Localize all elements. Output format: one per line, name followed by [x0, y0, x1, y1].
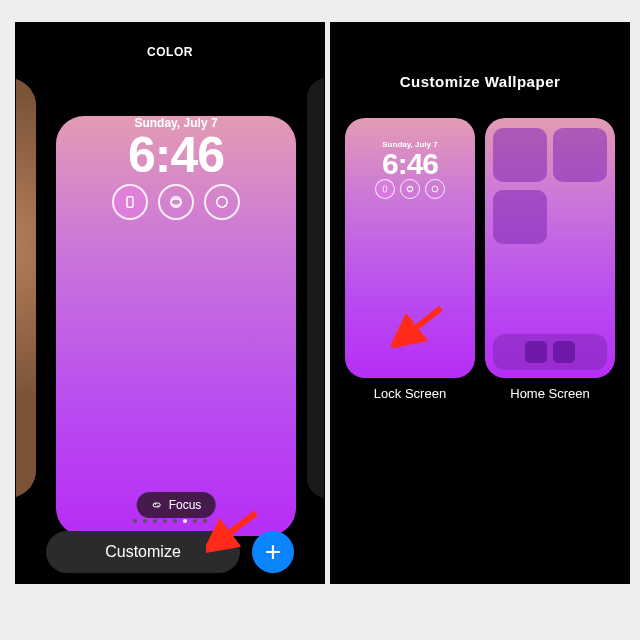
next-wallpaper-peek[interactable]: [307, 78, 325, 498]
headphones-widget-icon: [425, 179, 445, 199]
widget-row: [56, 184, 296, 220]
lock-screen-caption: Lock Screen: [374, 386, 446, 401]
lock-screen-preview[interactable]: Sunday, July 7 6:46: [345, 118, 475, 378]
page-indicator: [16, 519, 324, 523]
header-label: Customize Wallpaper: [331, 23, 629, 90]
lockscreen-time: 6:46: [345, 147, 475, 181]
wallpaper-gallery-screen: COLOR Sunday, July 7 6:46 Focus: [15, 22, 325, 584]
home-widget-placeholder: [493, 190, 547, 244]
headphones-widget-icon[interactable]: [204, 184, 240, 220]
battery-widget-icon: [375, 179, 395, 199]
home-widget-placeholder: [493, 128, 547, 182]
knot-widget-icon: [400, 179, 420, 199]
home-widget-placeholder: [553, 128, 607, 182]
wallpaper-card[interactable]: Sunday, July 7 6:46 Focus: [56, 78, 296, 498]
lockscreen-time: 6:46: [56, 126, 296, 184]
focus-button[interactable]: Focus: [137, 492, 216, 518]
home-screen-caption: Home Screen: [510, 386, 589, 401]
link-icon: [151, 499, 163, 511]
add-wallpaper-button[interactable]: +: [252, 531, 294, 573]
home-screen-preview[interactable]: [485, 118, 615, 378]
focus-label: Focus: [169, 498, 202, 512]
widget-row: [345, 179, 475, 199]
svg-rect-0: [127, 197, 133, 208]
home-dock: [493, 334, 607, 370]
knot-widget-icon[interactable]: [158, 184, 194, 220]
plus-icon: +: [265, 538, 281, 566]
prev-wallpaper-peek[interactable]: [15, 78, 36, 498]
svg-rect-3: [383, 186, 386, 192]
header-label: COLOR: [16, 23, 324, 59]
battery-widget-icon[interactable]: [112, 184, 148, 220]
customize-wallpaper-screen: Customize Wallpaper Sunday, July 7 6:46 …: [330, 22, 630, 584]
customize-button[interactable]: Customize: [46, 531, 240, 573]
